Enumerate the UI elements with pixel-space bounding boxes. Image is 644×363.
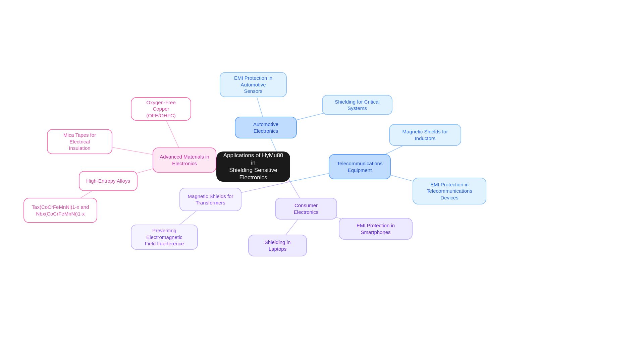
emi-telecom-devices-label: EMI Protection in Telecommunications Dev… [419,181,480,201]
advanced-materials-node: Advanced Materials in Electronics [153,147,216,173]
consumer-electronics-label: Consumer Electronics [282,202,330,215]
magnetic-shields-transformers-node: Magnetic Shields for Transformers [179,188,241,211]
center-label: Applications of HyMu80 in Shielding Sens… [222,152,284,181]
shielding-laptops-label: Shielding in Laptops [255,239,300,252]
tax-alloys-node: Tax(CoCrFeMnNi)1-x and Nbx(CoCrFeMnNi)1-… [23,198,97,223]
oxygen-free-copper-node: Oxygen-Free Copper (OFE/OHFC) [131,97,191,121]
magnetic-shields-inductors-node: Magnetic Shields for Inductors [389,124,461,146]
magnetic-shields-transformers-label: Magnetic Shields for Transformers [188,193,233,206]
high-entropy-alloys-node: High-Entropy Alloys [79,171,138,191]
shielding-critical-label: Shielding for Critical Systems [329,99,386,112]
preventing-emi-node: Preventing Electromagnetic Field Interfe… [131,225,198,250]
mica-tapes-label: Mica Tapes for Electrical Insulation [54,132,106,152]
emi-automotive-sensors-node: EMI Protection in Automotive Sensors [220,72,287,97]
mica-tapes-node: Mica Tapes for Electrical Insulation [47,129,112,154]
center-node: Applications of HyMu80 in Shielding Sens… [216,152,290,182]
advanced-materials-label: Advanced Materials in Electronics [160,154,209,167]
high-entropy-alloys-label: High-Entropy Alloys [86,178,130,184]
emi-smartphones-label: EMI Protection in Smartphones [345,222,406,235]
emi-smartphones-node: EMI Protection in Smartphones [339,218,413,240]
emi-telecom-devices-node: EMI Protection in Telecommunications Dev… [413,178,486,204]
preventing-emi-label: Preventing Electromagnetic Field Interfe… [138,227,191,247]
shielding-laptops-node: Shielding in Laptops [248,235,307,256]
oxygen-free-copper-label: Oxygen-Free Copper (OFE/OHFC) [138,99,184,119]
magnetic-shields-inductors-label: Magnetic Shields for Inductors [396,128,454,141]
automotive-electronics-node: Automotive Electronics [235,117,297,138]
tax-alloys-label: Tax(CoCrFeMnNi)1-x and Nbx(CoCrFeMnNi)1-… [32,204,89,217]
emi-automotive-sensors-label: EMI Protection in Automotive Sensors [226,75,280,95]
telecom-equipment-node: Telecommunications Equipment [329,154,391,179]
consumer-electronics-node: Consumer Electronics [275,198,337,220]
shielding-critical-node: Shielding for Critical Systems [322,95,392,115]
telecom-equipment-label: Telecommunications Equipment [337,160,383,173]
automotive-electronics-label: Automotive Electronics [241,121,290,134]
